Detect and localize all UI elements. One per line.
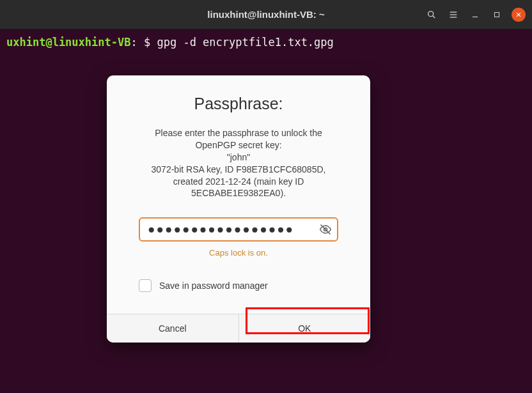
prompt-symbol: $ bbox=[144, 36, 150, 49]
maximize-button[interactable] bbox=[487, 5, 506, 24]
prompt-user: uxhint@linuxhint-VB bbox=[6, 36, 130, 49]
svg-point-0 bbox=[428, 12, 434, 17]
ok-button[interactable]: OK bbox=[239, 314, 371, 343]
capslock-warning: Caps lock is on. bbox=[132, 248, 345, 258]
passphrase-input[interactable] bbox=[139, 217, 338, 242]
window-titlebar: linuxhint@linuxhint-VB: ~ bbox=[0, 0, 532, 29]
prompt-sep: : bbox=[130, 36, 137, 49]
save-password-label: Save in password manager bbox=[159, 281, 268, 291]
search-icon[interactable] bbox=[422, 5, 441, 24]
dialog-title: Passphrase: bbox=[132, 95, 345, 113]
save-password-checkbox[interactable] bbox=[139, 279, 152, 292]
save-password-row: Save in password manager bbox=[132, 275, 345, 302]
terminal-command: gpg -d encryptfile1.txt.gpg bbox=[157, 36, 333, 49]
passphrase-dialog: Passphrase: Please enter the passphrase … bbox=[107, 75, 370, 343]
dialog-body: Passphrase: Please enter the passphrase … bbox=[107, 75, 370, 314]
minimize-button[interactable] bbox=[465, 5, 485, 24]
prompt-path bbox=[137, 36, 144, 49]
passphrase-field-wrap bbox=[139, 217, 338, 242]
cancel-button[interactable]: Cancel bbox=[107, 314, 239, 343]
window-controls bbox=[422, 0, 528, 29]
hamburger-icon[interactable] bbox=[444, 5, 463, 24]
svg-rect-6 bbox=[495, 13, 499, 17]
close-button[interactable] bbox=[512, 8, 526, 22]
dialog-message: Please enter the passphrase to unlock th… bbox=[132, 127, 345, 199]
svg-line-1 bbox=[433, 16, 435, 19]
dialog-actions: Cancel OK bbox=[107, 314, 370, 343]
eye-off-icon[interactable] bbox=[317, 220, 334, 238]
